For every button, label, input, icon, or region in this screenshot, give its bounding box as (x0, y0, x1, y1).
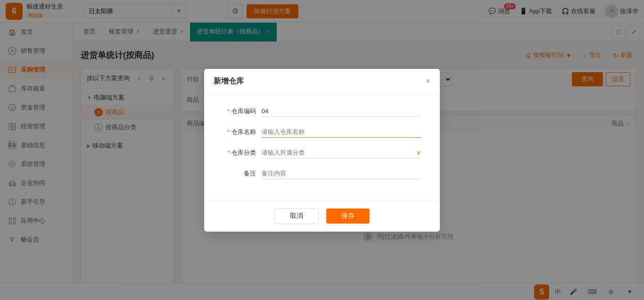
form-row-name: 仓库名称 (223, 126, 421, 138)
modal-close-btn[interactable]: × (425, 77, 430, 85)
form-row-remark: 备注 (223, 168, 421, 179)
form-row-category: 仓库分类 ∨ (223, 147, 421, 158)
modal-body: 仓库编码 仓库名称 仓库分类 ∨ 备注 (204, 94, 440, 200)
form-label-code: 仓库编码 (223, 107, 256, 116)
form-select-category-wrap: ∨ (262, 147, 421, 158)
warehouse-code-input[interactable] (262, 106, 421, 117)
save-button[interactable]: 保存 (326, 208, 370, 224)
warehouse-name-input[interactable] (262, 126, 421, 138)
warehouse-remark-input[interactable] (262, 168, 421, 179)
modal-overlay[interactable]: 新增仓库 × 仓库编码 仓库名称 仓库分类 ∨ (0, 0, 644, 300)
cancel-button[interactable]: 取消 (274, 208, 319, 224)
category-dropdown-icon[interactable]: ∨ (416, 149, 421, 156)
form-label-category: 仓库分类 (223, 149, 256, 157)
modal-title: 新增仓库 (214, 76, 244, 86)
form-label-remark: 备注 (223, 169, 256, 178)
form-row-code: 仓库编码 (223, 106, 421, 117)
modal-header: 新增仓库 × (204, 69, 440, 94)
warehouse-category-input[interactable] (262, 147, 416, 158)
new-warehouse-modal: 新增仓库 × 仓库编码 仓库名称 仓库分类 ∨ (204, 69, 440, 232)
form-label-name: 仓库名称 (223, 128, 256, 136)
modal-footer: 取消 保存 (204, 200, 440, 232)
